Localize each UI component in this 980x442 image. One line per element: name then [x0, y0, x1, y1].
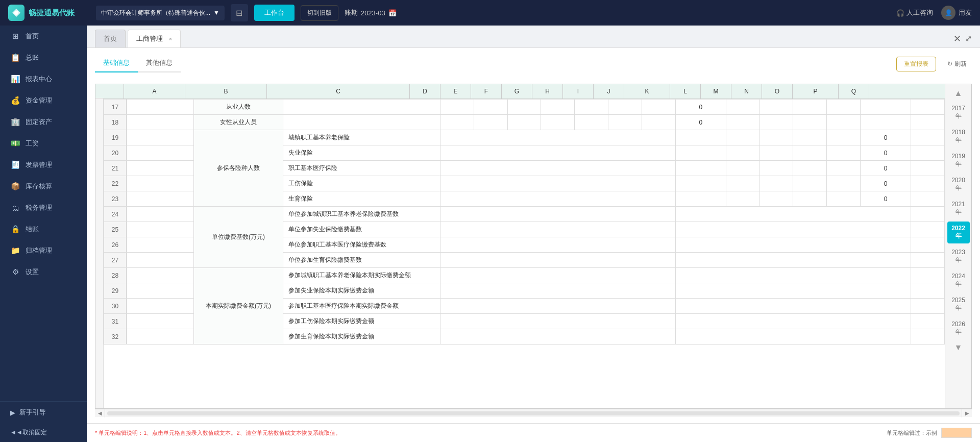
- cell-b18[interactable]: 女性从业人员: [193, 115, 283, 130]
- cell-n17[interactable]: [793, 100, 827, 115]
- cell-k25[interactable]: [675, 222, 911, 237]
- cell-c21[interactable]: 职工基本医疗保险: [283, 161, 440, 176]
- cell-k26[interactable]: [675, 237, 911, 253]
- cell-p23[interactable]: 0: [861, 191, 911, 207]
- cell-h18[interactable]: [575, 115, 608, 130]
- user-menu[interactable]: 👤 用友: [941, 6, 972, 20]
- cell-c27[interactable]: 单位参加生育保险缴费基数: [283, 253, 440, 268]
- refresh-button[interactable]: ↻ 刷新: [942, 57, 972, 71]
- cell-n23[interactable]: [793, 191, 827, 207]
- tab-expand-icon[interactable]: ⤢: [965, 34, 972, 43]
- cell-l23[interactable]: [726, 191, 760, 207]
- cell-m21[interactable]: [760, 161, 793, 176]
- cell-d25[interactable]: [440, 222, 675, 237]
- cell-j18[interactable]: [642, 115, 676, 130]
- year-item-2017[interactable]: 2017年: [947, 102, 970, 124]
- cell-q23[interactable]: [911, 191, 945, 207]
- cell-n22[interactable]: [793, 176, 827, 191]
- cell-k18[interactable]: 0: [675, 115, 726, 130]
- sub-tab-other[interactable]: 其他信息: [138, 54, 181, 72]
- year-item-2024[interactable]: 2024年: [947, 269, 970, 291]
- cell-b24-merged[interactable]: 单位缴费基数(万元): [193, 207, 283, 268]
- sidebar-item-report[interactable]: 📊 报表中心: [0, 68, 87, 90]
- cell-c24[interactable]: 单位参加城镇职工基本养老保险缴费基数: [283, 207, 440, 222]
- cell-q20[interactable]: [911, 145, 945, 161]
- cell-c28[interactable]: 参加城镇职工基本养老保险本期实际缴费金额: [283, 268, 440, 283]
- sidebar-item-tax[interactable]: 🗂 税务管理: [0, 197, 87, 218]
- scroll-left-btn[interactable]: ◀: [95, 409, 105, 418]
- cell-a20[interactable]: [126, 145, 193, 161]
- cell-o17[interactable]: [827, 100, 861, 115]
- cell-i18[interactable]: [608, 115, 642, 130]
- sidebar-item-invoice[interactable]: 🧾 发票管理: [0, 154, 87, 176]
- cell-m18[interactable]: [760, 115, 793, 130]
- cell-a29[interactable]: [126, 283, 193, 299]
- year-item-2021[interactable]: 2021年: [947, 198, 970, 219]
- cell-n21[interactable]: [793, 161, 827, 176]
- cell-b19-merged[interactable]: 参保各险种人数: [193, 130, 283, 207]
- cell-a31[interactable]: [126, 314, 193, 329]
- cell-d21[interactable]: [440, 161, 675, 176]
- sidebar-item-asset[interactable]: 🏢 固定资产: [0, 111, 87, 133]
- year-item-2019[interactable]: 2019年: [947, 150, 970, 171]
- cell-c20[interactable]: 失业保险: [283, 145, 440, 161]
- cell-k19[interactable]: [675, 130, 726, 145]
- cell-k30[interactable]: [675, 299, 911, 314]
- cell-a22[interactable]: [126, 176, 193, 191]
- cell-p19[interactable]: 0: [861, 130, 911, 145]
- sidebar-item-close[interactable]: 🔒 结账: [0, 218, 87, 240]
- year-scroll-up[interactable]: ▲: [947, 86, 970, 101]
- sidebar-item-payroll[interactable]: 💵 工资: [0, 133, 87, 154]
- year-item-2022[interactable]: 2022年: [947, 222, 970, 243]
- cell-a24[interactable]: [126, 207, 193, 222]
- cell-l21[interactable]: [726, 161, 760, 176]
- cell-q25[interactable]: [911, 222, 945, 237]
- cell-c18[interactable]: [283, 115, 440, 130]
- cell-k20[interactable]: [675, 145, 726, 161]
- cell-d26[interactable]: [440, 237, 675, 253]
- cell-k22[interactable]: [675, 176, 726, 191]
- consult-btn[interactable]: 🎧 人工咨询: [896, 8, 933, 17]
- spreadsheet-inner[interactable]: A B C D E F G H I J K L M N O: [104, 84, 945, 408]
- tab-home[interactable]: 首页: [95, 30, 126, 47]
- cell-d28[interactable]: [440, 268, 675, 283]
- cell-q17[interactable]: [911, 100, 945, 115]
- tab-close-icon[interactable]: ✕: [953, 33, 961, 44]
- cell-d24[interactable]: [440, 207, 675, 222]
- cell-a30[interactable]: [126, 299, 193, 314]
- cell-d22[interactable]: [440, 176, 675, 191]
- year-scroll-down[interactable]: ▼: [947, 340, 970, 355]
- cell-d32[interactable]: [440, 329, 675, 345]
- cell-d30[interactable]: [440, 299, 675, 314]
- unpin-button[interactable]: ◄◄取消固定: [0, 423, 87, 442]
- cell-q29[interactable]: [911, 283, 945, 299]
- cell-d18[interactable]: [440, 115, 474, 130]
- cell-f18[interactable]: [507, 115, 541, 130]
- cell-a23[interactable]: [126, 191, 193, 207]
- cell-d20[interactable]: [440, 145, 675, 161]
- cell-q24[interactable]: [911, 207, 945, 222]
- sidebar-item-inventory[interactable]: 📦 库存核算: [0, 176, 87, 197]
- horizontal-scroll[interactable]: ◀ ▶: [95, 409, 972, 417]
- new-user-guide[interactable]: ▶ 新手引导: [0, 402, 87, 423]
- cell-d31[interactable]: [440, 314, 675, 329]
- cell-o20[interactable]: [827, 145, 861, 161]
- cell-c23[interactable]: 生育保险: [283, 191, 440, 207]
- cell-m22[interactable]: [760, 176, 793, 191]
- cell-o22[interactable]: [827, 176, 861, 191]
- cell-k29[interactable]: [675, 283, 911, 299]
- cell-a26[interactable]: [126, 237, 193, 253]
- tab-business[interactable]: 工商管理 ×: [128, 30, 181, 47]
- year-item-2020[interactable]: 2020年: [947, 174, 970, 195]
- cell-a32[interactable]: [126, 329, 193, 345]
- year-item-2026[interactable]: 2026年: [947, 317, 970, 339]
- cell-k17[interactable]: 0: [675, 100, 726, 115]
- cell-d19-j19[interactable]: [440, 130, 675, 145]
- cell-p21[interactable]: 0: [861, 161, 911, 176]
- cell-d17[interactable]: [440, 100, 474, 115]
- sidebar-item-ledger[interactable]: 📋 总账: [0, 47, 87, 68]
- cell-e17[interactable]: [474, 100, 507, 115]
- cell-a21[interactable]: [126, 161, 193, 176]
- cell-k23[interactable]: [675, 191, 726, 207]
- cell-d23[interactable]: [440, 191, 675, 207]
